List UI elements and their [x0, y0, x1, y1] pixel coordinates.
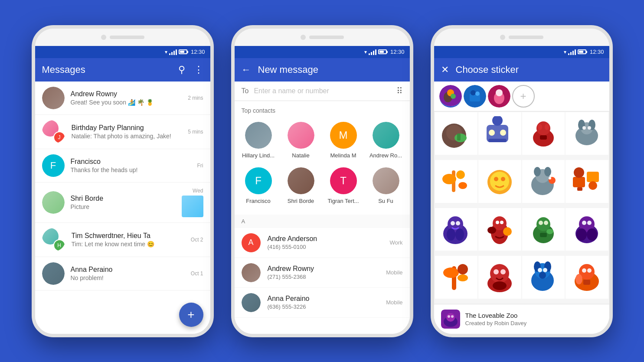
- contact-list-number: (271) 555-2368: [268, 274, 379, 280]
- sticker-tab-add[interactable]: +: [512, 85, 535, 108]
- svg-point-47: [574, 167, 584, 178]
- svg-rect-22: [540, 135, 547, 140]
- svg-point-59: [487, 227, 496, 234]
- back-arrow-icon[interactable]: ←: [242, 64, 251, 75]
- battery-icon-2: [378, 49, 387, 54]
- list-item[interactable]: H Tim Schwerdtner, Hieu Ta Tim: Let me k…: [35, 223, 210, 257]
- status-time-3: 12:30: [590, 49, 604, 55]
- svg-point-53: [455, 228, 464, 241]
- sticker-cell[interactable]: [522, 208, 565, 251]
- contact-item[interactable]: Hillary Lind...: [238, 118, 279, 162]
- phone-speaker-2: [309, 36, 344, 39]
- signal-bar: [371, 52, 372, 55]
- svg-point-100: [451, 315, 454, 318]
- sticker-cell[interactable]: [478, 112, 521, 155]
- dialpad-icon[interactable]: ⠿: [396, 86, 403, 96]
- status-bar-2: ▾ 12:30: [235, 46, 410, 58]
- sticker-tab-3[interactable]: [488, 85, 510, 108]
- sticker-cell[interactable]: [435, 160, 478, 203]
- svg-point-37: [494, 177, 498, 181]
- contact-avatar: [288, 122, 314, 149]
- close-icon[interactable]: ✕: [441, 64, 449, 75]
- contact-item[interactable]: Natalie: [281, 118, 321, 162]
- sticker-cell[interactable]: [478, 160, 521, 203]
- status-icons-2: ▾ 12:30: [364, 49, 405, 55]
- list-item[interactable]: Anna Peraino No problem! Oct 1: [35, 257, 210, 290]
- sticker-cell[interactable]: [566, 160, 608, 203]
- contact-item[interactable]: M Melinda M: [323, 118, 364, 162]
- contact-item[interactable]: F Francisco: [238, 164, 279, 208]
- sticker-cell[interactable]: [478, 208, 521, 251]
- message-preview: No problem!: [71, 274, 185, 281]
- sticker-cell[interactable]: [435, 112, 478, 155]
- status-bar-1: ▾ 12:30: [35, 46, 210, 58]
- contact-avatar: [288, 167, 314, 194]
- status-time-2: 12:30: [390, 49, 405, 55]
- contact-list-item[interactable]: A Andre Anderson (416) 555-0100 Work: [235, 228, 410, 258]
- list-item[interactable]: J Birthday Party Planning Natalie: That …: [35, 115, 210, 149]
- sticker-pack-info: The Loveable Zoo Created by Robin Davey: [465, 312, 602, 326]
- message-preview: Natalie: That photo is amazing, Jake!: [72, 133, 182, 140]
- contact-item[interactable]: Shri Borde: [281, 164, 321, 208]
- avatar-group: J: [42, 120, 65, 143]
- signal-bar: [568, 53, 569, 55]
- sticker-cell[interactable]: [566, 112, 608, 155]
- contact-item[interactable]: Su Fu: [366, 164, 406, 208]
- sticker-grid: [434, 111, 609, 304]
- svg-point-24: [545, 124, 549, 130]
- svg-point-82: [493, 281, 507, 290]
- contact-item[interactable]: T Tigran Tert...: [323, 164, 364, 208]
- list-item[interactable]: Shri Borde Picture Wed: [35, 183, 210, 223]
- phone-speaker-1: [110, 36, 144, 39]
- contact-name: Su Fu: [378, 198, 393, 204]
- sticker-cell[interactable]: [522, 160, 565, 203]
- sticker-cell[interactable]: [435, 256, 478, 299]
- svg-point-44: [549, 177, 551, 179]
- sticker-cell[interactable]: [566, 208, 608, 251]
- svg-point-71: [587, 228, 597, 241]
- message-thumbnail: [182, 196, 203, 217]
- signal-bars-2: [369, 49, 376, 55]
- sticker-tab-icon-1: [439, 85, 462, 108]
- sticker-cell[interactable]: [566, 256, 608, 299]
- sticker-cell[interactable]: [522, 112, 565, 155]
- message-name: Tim Schwerdtner, Hieu Ta: [72, 232, 185, 240]
- sticker-svg: [439, 260, 474, 294]
- sticker-tab-1[interactable]: [439, 85, 462, 108]
- sticker-pack-creator: Created by Robin Davey: [465, 320, 602, 326]
- contact-avatar: M: [330, 122, 357, 149]
- contact-avatar: [373, 167, 399, 194]
- sticker-cell[interactable]: [435, 208, 478, 251]
- svg-point-87: [538, 268, 542, 272]
- svg-point-93: [582, 268, 586, 273]
- contact-list-item[interactable]: Andrew Rowny (271) 555-2368 Mobile: [235, 258, 410, 288]
- sticker-pack-thumbnail: [441, 310, 460, 329]
- sticker-cell[interactable]: [522, 256, 565, 299]
- svg-point-17: [489, 130, 495, 136]
- sticker-tab-2[interactable]: [464, 85, 486, 108]
- menu-icon[interactable]: ⋮: [194, 64, 203, 75]
- phone-compose-wrapper: ▾ 12:30 ← New message: [231, 25, 413, 337]
- phone-camera-3: [500, 35, 505, 40]
- message-meta: 2 mins: [188, 95, 203, 101]
- status-icons-3: ▾ 12:30: [564, 49, 604, 55]
- recipient-input[interactable]: [254, 87, 396, 95]
- svg-point-67: [546, 229, 553, 234]
- svg-point-72: [582, 221, 586, 225]
- list-item[interactable]: Andrew Rowny Great! See you soon 🏄 🌴 🍍 2…: [35, 82, 210, 115]
- contact-item[interactable]: Andrew Ro...: [366, 118, 406, 162]
- battery-fill-2: [379, 51, 384, 53]
- svg-point-16: [492, 116, 503, 126]
- list-item[interactable]: F Francisco Thanks for the heads up! Fri: [35, 149, 210, 183]
- status-icons-1: ▾ 12:30: [165, 49, 205, 55]
- svg-point-48: [588, 181, 597, 190]
- phone-screen-3: ▾ 12:30 ✕ Choose sticker: [434, 46, 609, 334]
- contact-list-item[interactable]: Anna Peraino (636) 555-3226 Mobile: [235, 288, 410, 318]
- message-preview: Great! See you soon 🏄 🌴 🍍: [71, 99, 182, 106]
- search-icon[interactable]: ⚲: [178, 64, 185, 75]
- svg-point-6: [471, 90, 476, 95]
- message-name: Francisco: [71, 158, 191, 166]
- sticker-cell[interactable]: [478, 256, 521, 299]
- contact-list-name: Anna Peraino: [268, 295, 379, 303]
- compose-fab[interactable]: +: [179, 303, 203, 327]
